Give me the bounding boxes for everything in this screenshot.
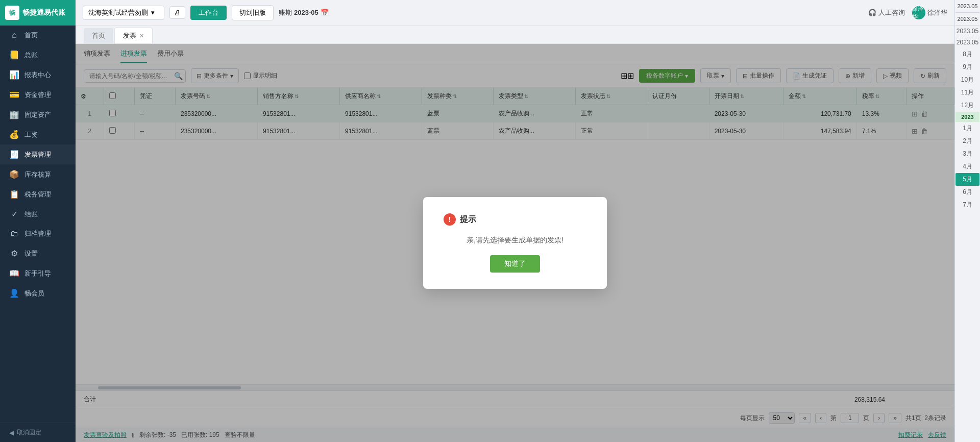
reports-icon: 📊 bbox=[9, 70, 19, 80]
modal-box: ! 提示 亲,请先选择要生成单据的发票! 知道了 bbox=[423, 197, 607, 289]
period-month-0[interactable]: 2023.05 bbox=[955, 26, 980, 37]
sidebar-unpin[interactable]: ◀ 取消固定 bbox=[0, 423, 76, 442]
home-icon: ⌂ bbox=[9, 31, 19, 40]
funds-icon: 💳 bbox=[9, 90, 19, 100]
sidebar-label: 报表中心 bbox=[24, 70, 51, 80]
sidebar-item-member[interactable]: 👤 畅会员 bbox=[0, 283, 76, 303]
period-label: 账期 2023-05 📅 bbox=[279, 8, 329, 17]
tab-invoice[interactable]: 发票✕ bbox=[114, 28, 153, 43]
calendar-icon[interactable]: 📅 bbox=[321, 9, 329, 16]
sidebar-label: 资金管理 bbox=[24, 90, 51, 100]
content-area: 销项发票进项发票费用小票 🔍 ⊟ 更多条件 ▾ 显示明细 ⊞⊞ 税务数字账户 bbox=[76, 44, 954, 442]
sidebar-label: 总账 bbox=[24, 51, 38, 60]
sidebar-item-invoice[interactable]: 🧾 发票管理 bbox=[0, 144, 76, 164]
period-month-12[interactable]: 5月 bbox=[955, 173, 980, 186]
modal-title-row: ! 提示 bbox=[444, 213, 476, 226]
tab-bar: 首页发票✕ bbox=[76, 26, 954, 44]
topbar: 沈海英测试经营勿删 ▾ 🖨 工作台 切到旧版 账期 2023-05 📅 🎧 人工… bbox=[76, 0, 954, 26]
main-area: 沈海英测试经营勿删 ▾ 🖨 工作台 切到旧版 账期 2023-05 📅 🎧 人工… bbox=[76, 0, 954, 442]
modal-confirm-button[interactable]: 知道了 bbox=[490, 255, 540, 273]
sidebar-label: 归档管理 bbox=[24, 229, 51, 238]
period-month-8[interactable]: 1月 bbox=[955, 122, 980, 135]
sidebar-label: 工资 bbox=[24, 130, 38, 139]
close-icon[interactable]: ✕ bbox=[139, 33, 144, 39]
sidebar-item-archive[interactable]: 🗂 归档管理 bbox=[0, 224, 76, 243]
period-month-14[interactable]: 7月 bbox=[955, 199, 980, 211]
sidebar: 畅 畅捷通易代账 ⌂ 首页📒 总账📊 报表中心💳 资金管理🏢 固定资产💰 工资🧾… bbox=[0, 0, 76, 442]
switch-version-button[interactable]: 切到旧版 bbox=[232, 5, 274, 20]
period-value: 2023-05 bbox=[294, 9, 318, 16]
sidebar-item-ledger[interactable]: 📒 总账 bbox=[0, 45, 76, 65]
sidebar-item-settings[interactable]: ⚙ 设置 bbox=[0, 243, 76, 263]
sidebar-item-funds[interactable]: 💳 资金管理 bbox=[0, 85, 76, 105]
invoice-icon: 🧾 bbox=[9, 150, 19, 159]
company-name: 沈海英测试经营勿删 bbox=[88, 8, 148, 17]
tab-home[interactable]: 首页 bbox=[84, 28, 113, 43]
tab-label: 发票 bbox=[123, 31, 136, 40]
member-icon: 👤 bbox=[9, 288, 19, 298]
service-btn[interactable]: 🎧 人工咨询 bbox=[868, 8, 905, 17]
sidebar-item-salary[interactable]: 💰 工资 bbox=[0, 125, 76, 144]
period-month-5[interactable]: 11月 bbox=[955, 86, 980, 99]
sidebar-item-assets[interactable]: 🏢 固定资产 bbox=[0, 105, 76, 125]
sidebar-label: 税务管理 bbox=[24, 190, 51, 199]
ledger-icon: 📒 bbox=[9, 50, 19, 60]
topbar-right: 🎧 人工咨询 徐泽华 徐泽华 bbox=[868, 6, 947, 19]
tab-label: 首页 bbox=[92, 31, 105, 40]
sidebar-item-guide[interactable]: 📖 新手引导 bbox=[0, 263, 76, 283]
inventory-icon: 📦 bbox=[9, 169, 19, 179]
username-label: 徐泽华 bbox=[927, 8, 947, 17]
sidebar-label: 畅会员 bbox=[24, 289, 44, 298]
sidebar-item-reports[interactable]: 📊 报表中心 bbox=[0, 65, 76, 85]
period-header-2: 2023.05 bbox=[955, 13, 980, 26]
avatar: 徐泽华 bbox=[912, 6, 925, 19]
sidebar-label: 发票管理 bbox=[24, 150, 51, 159]
sidebar-label: 首页 bbox=[24, 31, 38, 40]
sidebar-label: 结账 bbox=[24, 210, 38, 219]
user-menu[interactable]: 徐泽华 徐泽华 bbox=[912, 6, 947, 19]
sidebar-item-inventory[interactable]: 📦 库存核算 bbox=[0, 164, 76, 184]
assets-icon: 🏢 bbox=[9, 110, 19, 119]
sidebar-label: 设置 bbox=[24, 249, 38, 258]
period-month-11[interactable]: 4月 bbox=[955, 160, 980, 173]
modal-title: 提示 bbox=[460, 214, 476, 225]
settings-icon: ⚙ bbox=[9, 249, 19, 258]
period-month-6[interactable]: 12月 bbox=[955, 99, 980, 112]
workspace-button[interactable]: 工作台 bbox=[190, 6, 227, 20]
chevron-down-icon: ▾ bbox=[151, 9, 155, 16]
print-icon-btn[interactable]: 🖨 bbox=[169, 6, 185, 19]
closing-icon: ✓ bbox=[9, 209, 19, 219]
sidebar-item-home[interactable]: ⌂ 首页 bbox=[0, 26, 76, 45]
sidebar-item-tax[interactable]: 📋 税务管理 bbox=[0, 184, 76, 204]
period-month-10[interactable]: 3月 bbox=[955, 148, 980, 160]
tax-icon: 📋 bbox=[9, 189, 19, 199]
period-month-2[interactable]: 8月 bbox=[955, 48, 980, 61]
logo-icon: 畅 bbox=[5, 6, 19, 20]
modal-message: 亲,请先选择要生成单据的发票! bbox=[467, 236, 564, 245]
company-selector[interactable]: 沈海英测试经营勿删 ▾ bbox=[83, 6, 164, 20]
guide-icon: 📖 bbox=[9, 268, 19, 278]
period-header-1: 2023.05 bbox=[955, 0, 980, 13]
archive-icon: 🗂 bbox=[9, 229, 19, 238]
modal-overlay: ! 提示 亲,请先选择要生成单据的发票! 知道了 bbox=[76, 44, 954, 442]
sidebar-label: 新手引导 bbox=[24, 269, 51, 278]
period-month-4[interactable]: 10月 bbox=[955, 73, 980, 86]
period-month-9[interactable]: 2月 bbox=[955, 135, 980, 148]
salary-icon: 💰 bbox=[9, 130, 19, 139]
period-month-1[interactable]: 2023.05 bbox=[955, 37, 980, 48]
sidebar-label: 库存核算 bbox=[24, 170, 51, 179]
period-month-3[interactable]: 9月 bbox=[955, 61, 980, 73]
headset-icon: 🎧 bbox=[868, 9, 876, 16]
warning-icon: ! bbox=[444, 213, 456, 226]
sidebar-label: 固定资产 bbox=[24, 110, 51, 119]
app-logo: 畅 畅捷通易代账 bbox=[0, 0, 76, 26]
period-selector: 2023.052023.052023.052023.058月9月10月11月12… bbox=[954, 0, 980, 442]
period-month-13[interactable]: 6月 bbox=[955, 186, 980, 199]
period-year-label[interactable]: 2023 bbox=[955, 112, 980, 122]
sidebar-item-closing[interactable]: ✓ 结账 bbox=[0, 204, 76, 224]
